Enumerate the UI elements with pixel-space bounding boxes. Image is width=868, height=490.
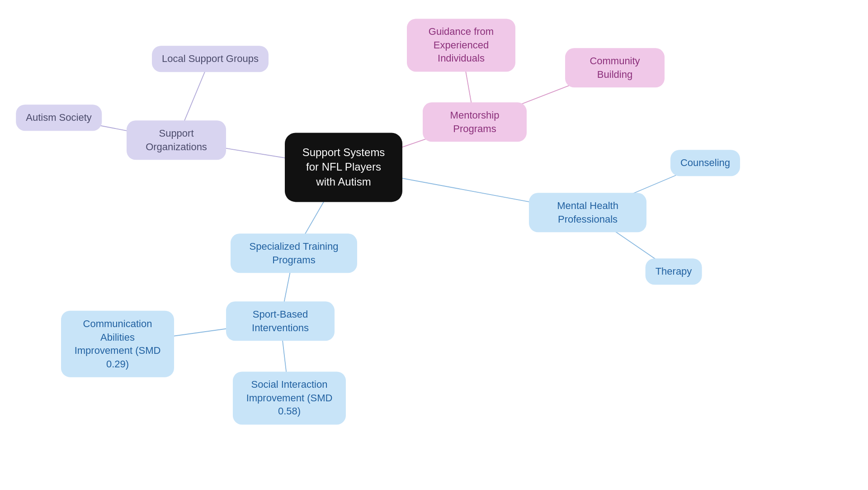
- social-interaction-node: Social Interaction Improvement (SMD 0.58…: [233, 371, 346, 424]
- community-node: Community Building: [565, 48, 665, 87]
- counseling-node: Counseling: [670, 150, 740, 176]
- autism-society-node: Autism Society: [16, 105, 102, 131]
- guidance-node: Guidance from Experienced Individuals: [407, 19, 515, 71]
- mentorship-node: Mentorship Programs: [423, 102, 527, 142]
- mind-map: Support Systems for NFL Players with Aut…: [0, 0, 868, 490]
- center-node: Support Systems for NFL Players with Aut…: [285, 133, 402, 202]
- communication-node: Communication Abilities Improvement (SMD…: [61, 311, 174, 377]
- sport-based-node: Sport-Based Interventions: [226, 301, 335, 341]
- connections-svg: [0, 0, 868, 490]
- support-orgs-node: Support Organizations: [127, 120, 226, 160]
- mental-health-node: Mental Health Professionals: [529, 193, 646, 232]
- local-support-node: Local Support Groups: [152, 46, 269, 72]
- therapy-node: Therapy: [646, 258, 702, 285]
- specialized-training-node: Specialized Training Programs: [231, 233, 357, 273]
